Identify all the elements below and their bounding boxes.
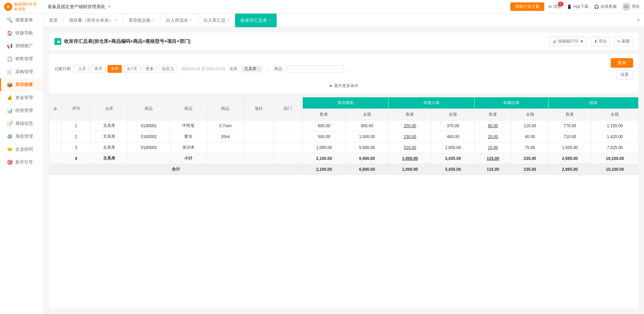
sidebar-item-system[interactable]: ⚙️ 系统管理	[0, 130, 43, 143]
row-out-qty[interactable]: 15.00	[475, 142, 512, 153]
download-action[interactable]: 📱 App下载	[567, 4, 589, 10]
tab-inventory-dist-close[interactable]: ×	[115, 18, 117, 22]
col-no-header: 序号	[62, 97, 91, 120]
system-dropdown-icon[interactable]: ▼	[108, 5, 111, 9]
print-button[interactable]: 🖨 按模板打印 ▼	[549, 37, 587, 46]
total-open-amt: 6,900.00	[346, 164, 389, 175]
row-in-qty[interactable]: 250.00	[389, 120, 431, 131]
sidebar-item-operations[interactable]: 📊 经营管理	[0, 104, 43, 117]
tab-inout-summary-close[interactable]: ×	[228, 18, 230, 22]
tab-inout-flow-label: 出入库流水	[166, 17, 188, 23]
sidebar-item-marketing[interactable]: 📢 营销推广	[0, 39, 43, 52]
user-action[interactable]: Ea 用友	[622, 3, 640, 11]
date-custom[interactable]: 自定义	[159, 65, 177, 73]
tab-inout-flow-close[interactable]: ×	[190, 18, 192, 22]
tab-receive-summary[interactable]: 收发存汇总表 ×	[235, 14, 277, 27]
message-action[interactable]: ✉ 消息 6	[548, 4, 561, 10]
total-label: 合计	[49, 164, 303, 175]
service-action[interactable]: 🎧 在线客服	[594, 4, 617, 10]
row-name: 中性笔	[170, 120, 207, 131]
subtotal-out-qty[interactable]: 115.00	[475, 153, 512, 164]
date-7days[interactable]: 近7天	[124, 65, 141, 73]
col-dept-header: 部门	[273, 97, 302, 120]
col-product-spec-header: 商品	[207, 97, 244, 120]
row-code: 0100003	[127, 142, 170, 153]
product-filter-input[interactable]	[286, 65, 344, 73]
table-row: 2 文具库 0100002 胶水 20ml 500.00 1,000.00 23…	[49, 131, 639, 142]
date-more[interactable]: 更多	[143, 65, 157, 73]
sidebar-item-corp[interactable]: 🤝 企业协同	[0, 143, 43, 156]
tab-bar-close-all[interactable]: ×	[633, 17, 644, 23]
settings-button[interactable]: 设置	[616, 70, 633, 80]
tab-receive-summary-close[interactable]: ×	[269, 18, 271, 22]
row-no: 1	[62, 120, 91, 131]
sidebar-item-newbie[interactable]: 🎯 新手引导	[0, 156, 43, 169]
row-no: 3	[62, 142, 91, 153]
tab-batch[interactable]: 库存批次账 ×	[123, 14, 161, 27]
row-project	[244, 131, 273, 142]
sales-icon: 📋	[6, 56, 13, 62]
sidebar-item-quick[interactable]: 🏠 快捷导航	[0, 27, 43, 39]
col-opening-qty: 数量	[302, 109, 345, 120]
warehouse-tag-close[interactable]: ×	[258, 67, 260, 71]
row-in-amt: 375.00	[431, 120, 474, 131]
sidebar-item-sales[interactable]: 📋 销售管理	[0, 52, 43, 65]
row-settings	[49, 142, 62, 153]
tab-inout-flow[interactable]: 出入库流水 ×	[161, 14, 198, 27]
system-area: 装备及固定资产辅助管理系统 ▼	[48, 4, 510, 10]
product-more[interactable]: ...	[348, 67, 351, 71]
total-row: 合计 2,100.00 6,900.00 1,000.00 3,435.00 1…	[49, 164, 639, 175]
tab-inventory-dist[interactable]: 现存量（库存分布表） ×	[64, 14, 123, 27]
row-out-qty[interactable]: 20.00	[475, 131, 512, 142]
sidebar-item-basic[interactable]: 📝 基础信息	[0, 117, 43, 130]
row-project	[244, 142, 273, 153]
row-close-amt: 7,525.00	[591, 142, 638, 153]
sidebar-item-label: 快捷导航	[15, 30, 33, 36]
subtotal-open-qty: 2,100.00	[302, 153, 345, 164]
home-icon: 🏠	[6, 30, 13, 36]
print-dropdown-icon: ▼	[580, 39, 584, 44]
subtotal-warehouse: 文具库	[91, 153, 127, 164]
row-out-qty[interactable]: 80.00	[475, 120, 512, 131]
row-in-amt: 460.00	[431, 131, 474, 142]
sidebar-item-finance[interactable]: 💰 资金管理	[0, 91, 43, 104]
refresh-button[interactable]: ↻ 刷新	[614, 37, 633, 46]
row-out-amt: 40.00	[511, 131, 548, 142]
collapse-btn[interactable]: ◀	[54, 38, 61, 45]
data-table-container: ⚙ 序号 仓库 商品 商品 商品 项目 部门 库存期初 本期入库 本期出库	[49, 97, 639, 309]
sidebar-item-label: 企业协同	[15, 146, 33, 152]
export-button[interactable]: ⬇ 导出	[591, 37, 610, 46]
date-cur-year[interactable]: 本年	[108, 65, 122, 73]
row-in-qty[interactable]: 520.00	[389, 142, 431, 153]
row-dept	[273, 120, 302, 131]
warehouse-more[interactable]: ...	[267, 67, 270, 71]
try-industry-button[interactable]: 体验行业方案	[510, 2, 544, 11]
row-in-qty[interactable]: 230.00	[389, 131, 431, 142]
subtotal-out-amt: 235.00	[511, 153, 548, 164]
tab-inout-summary[interactable]: 出入库汇总 ×	[198, 14, 235, 27]
query-button[interactable]: 查询	[611, 58, 633, 68]
sidebar-item-label: 采购管理	[15, 69, 33, 75]
sidebar-item-search[interactable]: 🔍 搜索菜单	[0, 14, 43, 27]
col-in-amt: 金额	[431, 109, 474, 120]
expand-conditions-button[interactable]: ▼ 展开更多条件	[329, 83, 359, 89]
col-settings[interactable]: ⚙	[49, 97, 62, 120]
marketing-icon: 📢	[6, 43, 13, 49]
row-code: 0100001	[127, 120, 170, 131]
date-cur-month[interactable]: 本月	[91, 65, 105, 73]
total-close-amt: 10,100.00	[591, 164, 638, 175]
row-dept	[273, 142, 302, 153]
row-open-amt: 900.00	[346, 120, 389, 131]
tab-home[interactable]: 首页	[44, 14, 64, 27]
total-in-amt: 3,435.00	[431, 164, 474, 175]
row-warehouse: 文具库	[91, 131, 127, 142]
sidebar-item-purchase[interactable]: 🛒 采购管理	[0, 65, 43, 78]
row-close-qty: 1,505.00	[548, 142, 591, 153]
expand-row: ▼ 展开更多条件	[54, 83, 633, 89]
subtotal-in-qty[interactable]: 1,000.00	[389, 153, 431, 164]
sidebar-item-inventory[interactable]: 📦 库存核算	[0, 78, 43, 91]
message-badge: 6	[558, 2, 563, 6]
tab-batch-close[interactable]: ×	[153, 18, 155, 22]
subtotal-open-amt: 6,900.00	[346, 153, 389, 164]
date-prev-month[interactable]: 上月	[75, 65, 89, 73]
